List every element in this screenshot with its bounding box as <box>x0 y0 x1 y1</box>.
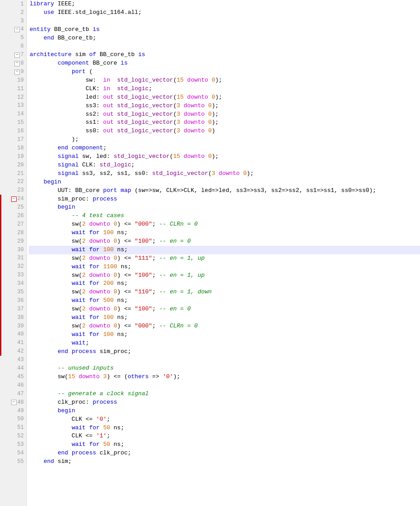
code-line-10: sw: in std_logic_vector(15 downto 0); <box>29 76 420 85</box>
gutter-line-28: 28 <box>0 229 26 237</box>
fold-icon-9[interactable]: − <box>14 70 20 75</box>
code-line-27: sw(2 downto 0) <= "000"; -- CLRn = 0 <box>29 220 420 229</box>
code-line-51: wait for 50 ns; <box>29 424 420 432</box>
gutter-line-36: 36 <box>0 297 26 305</box>
gutter-line-51: 51 <box>0 424 26 432</box>
gutter-line-15: 15 <box>0 118 26 127</box>
gutter-line-24[interactable]: −24 <box>0 195 26 203</box>
gutter-line-27: 27 <box>0 220 26 229</box>
gutter-line-14: 14 <box>0 110 26 119</box>
gutter-line-44: 44 <box>0 364 26 373</box>
code-line-25: begin <box>29 203 420 212</box>
gutter-line-50: 50 <box>0 415 26 424</box>
line-numbers: 1 2 3 −4 5 6 −7 −8 −9 10 11 12 13 14 15 … <box>0 0 27 506</box>
code-line-17: ); <box>29 135 420 144</box>
gutter-line-22: 22 <box>0 178 26 187</box>
gutter-line-18: 18 <box>0 144 26 153</box>
code-line-18: end component; <box>29 144 420 153</box>
gutter-line-47: 47 <box>0 390 26 398</box>
code-line-3 <box>29 17 420 26</box>
code-line-47: -- generate a clock signal <box>29 390 420 398</box>
gutter-line-32: 32 <box>0 263 26 271</box>
gutter-line-19: 19 <box>0 153 26 161</box>
gutter-line-46: 46 <box>0 381 26 390</box>
gutter-line-13: 13 <box>0 102 26 110</box>
gutter-line-23: 23 <box>0 187 26 195</box>
gutter-line-34: 34 <box>0 279 26 288</box>
code-line-29: sw(2 downto 0) <= "100"; -- en = 0 <box>29 237 420 246</box>
code-line-2: use IEEE.std_logic_1164.all; <box>29 9 420 17</box>
code-line-24: sim_proc: process <box>29 195 420 203</box>
fold-icon-48[interactable]: − <box>11 400 17 405</box>
gutter-line-7[interactable]: −7 <box>0 51 26 59</box>
gutter-line-9[interactable]: −9 <box>0 68 26 76</box>
code-line-53: wait for 50 ns; <box>29 441 420 449</box>
code-line-40: wait for 100 ns; <box>29 331 420 339</box>
code-line-44: -- unused inputs <box>29 364 420 373</box>
code-line-42: end process sim_proc; <box>29 348 420 356</box>
code-line-32: wait for 1100 ns; <box>29 263 420 271</box>
gutter-line-37: 37 <box>0 305 26 314</box>
code-line-49: begin <box>29 407 420 415</box>
code-line-23: UUT: BB_core port map (sw=>sw, CLK=>CLK,… <box>29 187 420 195</box>
gutter-line-52: 52 <box>0 432 26 441</box>
code-line-55: end sim; <box>29 458 420 466</box>
code-line-41: wait; <box>29 339 420 348</box>
code-line-5: end BB_core_tb; <box>29 34 420 43</box>
code-line-21: signal ss3, ss2, ss1, ss0: std_logic_vec… <box>29 170 420 178</box>
code-line-20: signal CLK: std_logic; <box>29 161 420 170</box>
code-line-13: ss3: out std_logic_vector(3 downto 0); <box>29 102 420 110</box>
gutter-line-54: 54 <box>0 449 26 458</box>
gutter-line-48[interactable]: −48 <box>0 398 26 407</box>
code-line-46 <box>29 381 420 390</box>
gutter-line-26: 26 <box>0 212 26 220</box>
code-line-43 <box>29 356 420 364</box>
code-line-28: wait for 100 ns; <box>29 229 420 237</box>
code-content[interactable]: library IEEE; use IEEE.std_logic_1164.al… <box>27 0 420 506</box>
gutter-line-21: 21 <box>0 170 26 178</box>
gutter-line-11: 11 <box>0 85 26 93</box>
code-line-9: port ( <box>29 68 420 76</box>
code-line-22: begin <box>29 178 420 187</box>
gutter-line-17: 17 <box>0 135 26 144</box>
gutter-line-35: 35 <box>0 288 26 297</box>
gutter-line-1: 1 <box>0 0 26 9</box>
code-line-8: component BB_core is <box>29 59 420 68</box>
gutter-line-42: 42 <box>0 348 26 356</box>
gutter-line-43: 43 <box>0 356 26 364</box>
code-line-11: CLK: in std_logic; <box>29 85 420 93</box>
fold-icon-24[interactable]: − <box>11 196 17 202</box>
gutter-line-30: 30 <box>0 246 26 254</box>
code-line-16: ss0: out std_logic_vector(3 downto 0) <box>29 127 420 135</box>
code-line-14: ss2: out std_logic_vector(3 downto 0); <box>29 110 420 119</box>
code-line-34: wait for 200 ns; <box>29 279 420 288</box>
gutter-line-33: 33 <box>0 271 26 280</box>
fold-icon-4[interactable]: − <box>14 27 20 32</box>
gutter-line-31: 31 <box>0 254 26 263</box>
code-line-4: entity BB_core_tb is <box>29 26 420 34</box>
gutter-line-8[interactable]: −8 <box>0 59 26 68</box>
gutter-line-29: 29 <box>0 237 26 246</box>
code-line-38: wait for 100 ns; <box>29 314 420 322</box>
gutter-line-5: 5 <box>0 34 26 43</box>
code-line-33: sw(2 downto 0) <= "100"; -- en = 1, up <box>29 271 420 280</box>
fold-icon-7[interactable]: − <box>14 52 20 58</box>
gutter-line-20: 20 <box>0 161 26 170</box>
gutter-line-45: 45 <box>0 373 26 381</box>
code-line-48: clk_proc: process <box>29 398 420 407</box>
code-line-54: end process clk_proc; <box>29 449 420 458</box>
code-line-7: architecture sim of BB_core_tb is <box>29 51 420 59</box>
code-line-45: sw(15 downto 3) <= (others => '0'); <box>29 373 420 381</box>
code-line-31: sw(2 downto 0) <= "111"; -- en = 1, up <box>29 254 420 263</box>
fold-icon-8[interactable]: − <box>14 61 20 66</box>
gutter-line-4[interactable]: −4 <box>0 26 26 34</box>
code-line-15: ss1: out std_logic_vector(3 downto 0); <box>29 118 420 127</box>
code-editor: 1 2 3 −4 5 6 −7 −8 −9 10 11 12 13 14 15 … <box>0 0 420 506</box>
code-line-36: wait for 500 ns; <box>29 297 420 305</box>
gutter-line-49: 49 <box>0 407 26 415</box>
gutter-line-39: 39 <box>0 322 26 331</box>
code-line-52: CLK <= '1'; <box>29 432 420 441</box>
gutter-line-16: 16 <box>0 127 26 135</box>
code-line-12: led: out std_logic_vector(15 downto 0); <box>29 93 420 102</box>
gutter-line-3: 3 <box>0 17 26 26</box>
